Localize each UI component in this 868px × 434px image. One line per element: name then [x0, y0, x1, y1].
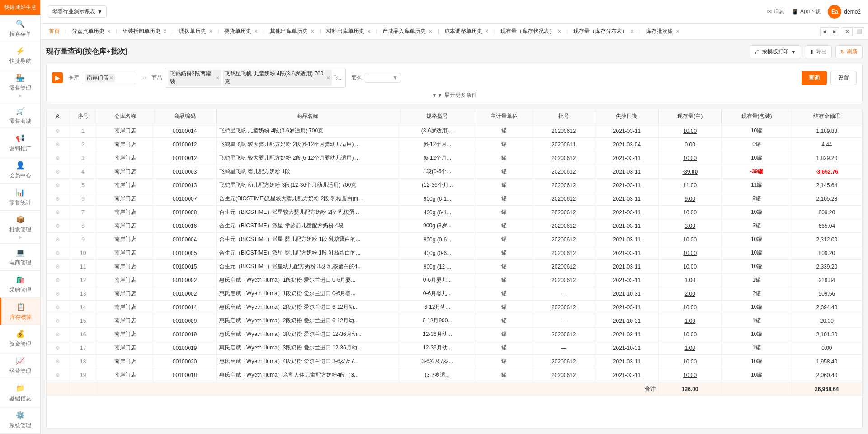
- tab-tiao_bo[interactable]: 调拨单历史✕: [175, 26, 217, 37]
- row-settings-icon[interactable]: ⚙: [47, 165, 69, 179]
- sidebar-item-marketing[interactable]: 📢 营销推广: [0, 129, 40, 156]
- tab-close-fen_pan[interactable]: ✕: [107, 29, 111, 34]
- row-qty-main[interactable]: 2.00: [658, 287, 722, 301]
- color-input[interactable]: ▼: [365, 73, 401, 83]
- tab-close-ku_cun_kz[interactable]: ✕: [557, 29, 561, 34]
- row-settings-icon[interactable]: ⚙: [47, 138, 69, 151]
- tab-yao_huo[interactable]: 要货单历史✕: [220, 26, 262, 37]
- sidebar-item-base[interactable]: 📁 基础信息: [0, 379, 40, 406]
- row-settings-icon[interactable]: ⚙: [47, 301, 69, 314]
- sidebar-item-stats[interactable]: 📊 零售统计: [0, 184, 40, 211]
- sidebar-item-shop[interactable]: 🛒 零售商城: [0, 102, 40, 129]
- tab-scroll-right[interactable]: ▶: [830, 27, 839, 36]
- export-button[interactable]: ⬆ 导出: [805, 45, 832, 58]
- row-qty-main[interactable]: 10.00: [658, 355, 722, 368]
- row-qty-main[interactable]: 1.00: [658, 341, 722, 355]
- row-settings-icon[interactable]: ⚙: [47, 314, 69, 328]
- row-qty-main[interactable]: 9.00: [658, 192, 722, 206]
- row-settings-icon[interactable]: ⚙: [47, 341, 69, 355]
- warehouse-input[interactable]: 南岸门店 ✕: [82, 72, 136, 84]
- row-qty-main[interactable]: -39.00: [658, 165, 722, 179]
- tab-fen_pan[interactable]: 分盘点单历史✕: [67, 26, 115, 37]
- sidebar-item-purchase[interactable]: 🛍️ 采购管理: [0, 271, 40, 298]
- product-tag-1-close[interactable]: ✕: [216, 75, 219, 80]
- tab-close-zu_chai[interactable]: ✕: [163, 29, 167, 34]
- row-qty-main[interactable]: 1.00: [658, 314, 722, 328]
- row-qty-main[interactable]: 10.00: [658, 124, 722, 138]
- row-qty-main[interactable]: 3.00: [658, 219, 722, 233]
- sidebar-item-member[interactable]: 👤 会员中心: [0, 156, 40, 184]
- row-qty-main[interactable]: 10.00: [658, 301, 722, 314]
- tab-ku_cun_kz[interactable]: 现存量（库存状况表）✕: [496, 26, 566, 37]
- sidebar-item-finance[interactable]: 💰 资金管理: [0, 325, 40, 352]
- tab-maximize[interactable]: ⬜: [854, 27, 864, 36]
- row-qty-main[interactable]: 10.00: [658, 260, 722, 274]
- sidebar-item-shortcut[interactable]: ⚡ 快捷导航: [0, 42, 40, 69]
- warehouse-tag-close[interactable]: ✕: [109, 75, 113, 80]
- row-qty-main[interactable]: 10.00: [658, 206, 722, 219]
- row-qty-main[interactable]: 1.00: [658, 274, 722, 287]
- header-user[interactable]: Ea demo2: [828, 5, 861, 19]
- tab-close-yao_huo[interactable]: ✕: [254, 29, 258, 34]
- sidebar-item-retail[interactable]: 🏪 零售管理 ▶: [0, 69, 40, 102]
- header-app-download[interactable]: 📱 App下载: [792, 8, 821, 15]
- row-settings-icon[interactable]: ⚙: [47, 368, 69, 382]
- sidebar-item-ops[interactable]: 📈 经营管理: [0, 352, 40, 379]
- tab-cheng_ben[interactable]: 成本调整单历史✕: [440, 26, 493, 37]
- tab-ku_pi[interactable]: 库存批次账✕: [642, 26, 684, 37]
- tab-cai_liao[interactable]: 材料出库单历史✕: [322, 26, 375, 37]
- sidebar-item-system[interactable]: ⚙️ 系统管理: [0, 406, 40, 434]
- tab-close-chan_pin[interactable]: ✕: [429, 29, 432, 34]
- product-input[interactable]: 飞鹤奶粉3段两罐装 ✕ 飞鹤星飞帆 儿童奶粉 4段(3-6岁适用) 700克 ✕…: [165, 68, 346, 88]
- username: demo2: [844, 9, 861, 15]
- header-dropdown[interactable]: 母婴行业演示账表 ▼: [48, 5, 107, 18]
- row-settings-icon[interactable]: ⚙: [47, 206, 69, 219]
- tab-close-ku_cun_fb[interactable]: ✕: [630, 29, 634, 34]
- row-qty-main[interactable]: 11.00: [658, 179, 722, 192]
- tab-close-tiao_bo[interactable]: ✕: [209, 29, 212, 34]
- row-qty-main[interactable]: 10.00: [658, 151, 722, 165]
- row-settings-icon[interactable]: ⚙: [47, 287, 69, 301]
- tab-zu_chai[interactable]: 组装拆卸单历史✕: [118, 26, 171, 37]
- tab-close-qi_ta[interactable]: ✕: [311, 29, 314, 34]
- tab-scroll-left[interactable]: ◀: [820, 27, 829, 36]
- row-settings-icon[interactable]: ⚙: [47, 246, 69, 260]
- expand-more-button[interactable]: ▼▼ 展开更多条件: [432, 91, 477, 99]
- row-settings-icon[interactable]: ⚙: [47, 260, 69, 274]
- tab-close-cai_liao[interactable]: ✕: [367, 29, 371, 34]
- tab-close-cheng_ben[interactable]: ✕: [485, 29, 489, 34]
- col-header-settings[interactable]: ⚙: [47, 109, 69, 124]
- tab-close-ku_pi[interactable]: ✕: [676, 29, 679, 34]
- row-settings-icon[interactable]: ⚙: [47, 124, 69, 138]
- row-qty-main[interactable]: 10.00: [658, 328, 722, 341]
- row-qty-main[interactable]: 10.00: [658, 246, 722, 260]
- sidebar-item-wholesale[interactable]: 📦 批发管理 ▶: [0, 211, 40, 244]
- tab-close-current[interactable]: ✕: [842, 27, 853, 36]
- row-settings-icon[interactable]: ⚙: [47, 192, 69, 206]
- tab-chan_pin[interactable]: 产成品入库单历史✕: [378, 26, 437, 37]
- sidebar-item-ecom[interactable]: 💻 电商管理: [0, 244, 40, 271]
- refresh-button[interactable]: ↻ 刷新: [835, 45, 863, 58]
- row-settings-icon[interactable]: ⚙: [47, 328, 69, 341]
- product-tag-2-close[interactable]: ✕: [326, 75, 330, 80]
- row-settings-icon[interactable]: ⚙: [47, 274, 69, 287]
- row-qty-main[interactable]: 10.00: [658, 233, 722, 246]
- query-button[interactable]: 查询: [802, 71, 827, 85]
- row-settings-icon[interactable]: ⚙: [47, 179, 69, 192]
- tab-qi_ta[interactable]: 其他出库单历史✕: [265, 26, 319, 37]
- row-settings-icon[interactable]: ⚙: [47, 355, 69, 368]
- filter-dots-1[interactable]: ···: [142, 75, 146, 81]
- template-print-button[interactable]: 🖨 按模板打印 ▼: [750, 45, 801, 58]
- row-qty-main[interactable]: 0.00: [658, 138, 722, 151]
- row-settings-icon[interactable]: ⚙: [47, 233, 69, 246]
- sidebar-item-search[interactable]: 🔍 搜索菜单: [0, 15, 40, 42]
- row-settings-icon[interactable]: ⚙: [47, 151, 69, 165]
- header-messages[interactable]: ✉ 消息: [767, 8, 784, 15]
- tab-ku_cun_fb[interactable]: 现存量（库存分布表）✕: [569, 26, 638, 37]
- filter-expand-button[interactable]: ▶: [52, 72, 63, 83]
- settings-button[interactable]: 设置: [830, 71, 857, 85]
- row-settings-icon[interactable]: ⚙: [47, 219, 69, 233]
- row-qty-main[interactable]: 10.00: [658, 368, 722, 382]
- sidebar-item-inventory[interactable]: 📋 库存核算: [0, 298, 40, 325]
- tab-home[interactable]: 首页: [44, 26, 64, 37]
